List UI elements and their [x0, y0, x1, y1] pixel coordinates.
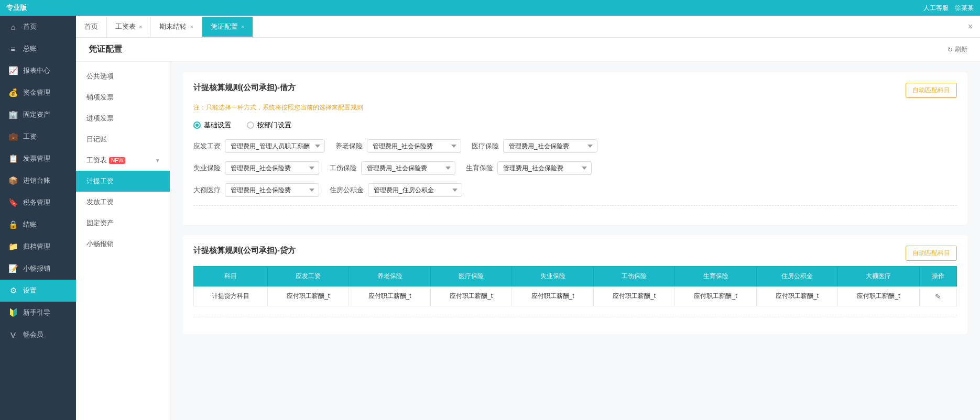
radio-dept-setting-circle: [247, 121, 254, 129]
settings-icon: ⚙: [8, 286, 18, 295]
debit-auto-match-button[interactable]: 自动匹配科目: [906, 83, 957, 98]
left-nav-journal[interactable]: 日记账: [76, 129, 170, 150]
left-nav-pay-payroll[interactable]: 发放工资: [76, 192, 170, 213]
sidebar-item-small-report[interactable]: 📝 小畅报销: [0, 258, 76, 280]
close-main-button[interactable]: ×: [961, 22, 980, 31]
sidebar-item-home[interactable]: ⌂ 首页: [0, 16, 76, 38]
sidebar-label-guide: 新手引导: [23, 308, 50, 317]
debit-field-ylbx: 养老保险 管理费用_社会保险费: [335, 139, 461, 153]
sidebar-item-purchase-sales[interactable]: 📦 进销台账: [0, 170, 76, 192]
debit-select-ylbx2[interactable]: 管理费用_社会保险费: [503, 139, 597, 153]
credit-table: 科目 应发工资 养老保险 医疗保险 失业保险 工伤保险 生育保险 住房公积金 大…: [193, 266, 957, 306]
th-ylbx2: 医疗保险: [430, 267, 511, 286]
td-zfgjj: 应付职工薪酬_t: [756, 286, 837, 306]
debit-select-sybx[interactable]: 管理费用_社会保险费: [225, 161, 319, 175]
sidebar-label-home: 首页: [23, 22, 37, 31]
right-content: 计提核算规则(公司承担)-借方 自动匹配科目 注：只能选择一种方式，系统将按照您…: [170, 62, 980, 420]
close-accounts-icon: 🔒: [8, 220, 18, 229]
credit-auto-match-button[interactable]: 自动匹配科目: [906, 246, 957, 261]
sidebar-label-funds: 资金管理: [23, 88, 50, 97]
credit-divider: [193, 315, 957, 315]
th-subject: 科目: [194, 267, 268, 286]
radio-basic-setting[interactable]: 基础设置: [193, 120, 231, 130]
left-nav-calc-payroll[interactable]: 计提工资: [76, 171, 170, 192]
debit-select-deyl[interactable]: 管理费用_社会保险费: [225, 183, 319, 197]
tab-payroll[interactable]: 工资表 ×: [107, 17, 151, 37]
debit-form-row-2: 失业保险 管理费用_社会保险费 工伤保险 管理费用_社会保险费: [193, 161, 957, 175]
fixed-assets-icon: 🏢: [8, 110, 18, 119]
table-row: 计提贷方科目 应付职工薪酬_t 应付职工薪酬_t 应付职工薪酬_t 应付职工薪酬…: [194, 286, 957, 306]
sidebar-item-fixed-assets[interactable]: 🏢 固定资产: [0, 104, 76, 126]
tab-period-close[interactable]: 期末结转 ×: [151, 17, 202, 37]
th-action: 操作: [919, 267, 956, 286]
sidebar-item-invoice-mgmt[interactable]: 📋 发票管理: [0, 148, 76, 170]
sidebar-item-funds[interactable]: 💰 资金管理: [0, 82, 76, 104]
customer-service-link[interactable]: 人工客服: [923, 4, 949, 13]
th-deyl: 大额医疗: [838, 267, 919, 286]
purchase-sales-icon: 📦: [8, 176, 18, 185]
tab-home[interactable]: 首页: [76, 17, 107, 37]
sidebar-label-purchase-sales: 进销台账: [23, 176, 50, 185]
page-header: 凭证配置 ↻ 刷新: [76, 38, 980, 62]
debit-field-gsbx: 工伤保险 管理费用_社会保险费: [330, 161, 455, 175]
sidebar-label-close-accounts: 结账: [23, 220, 37, 229]
sidebar-item-general-ledger[interactable]: ≡ 总账: [0, 38, 76, 60]
tab-voucher-config[interactable]: 凭证配置 ×: [202, 17, 253, 37]
app-layout: ⌂ 首页 ≡ 总账 📈 报表中心 💰 资金管理 🏢 固定资产 💼 工资 📋 发票…: [0, 16, 980, 420]
sidebar-item-reports[interactable]: 📈 报表中心: [0, 60, 76, 82]
left-nav-fixed-assets[interactable]: 固定资产: [76, 213, 170, 234]
tab-payroll-close-icon[interactable]: ×: [139, 24, 142, 30]
debit-label-gsbx: 工伤保险: [330, 163, 357, 173]
tab-voucher-config-close-icon[interactable]: ×: [241, 24, 244, 30]
debit-form-row-1: 应发工资 管理费用_管理人员职工薪酬 养老保险 管理费用_社会保险费: [193, 139, 957, 153]
debit-field-deyl: 大额医疗 管理费用_社会保险费: [193, 183, 319, 197]
th-sybx: 失业保险: [512, 267, 593, 286]
debit-section: 计提核算规则(公司承担)-借方 自动匹配科目 注：只能选择一种方式，系统将按照您…: [183, 72, 967, 225]
radio-dept-setting[interactable]: 按部门设置: [247, 120, 291, 130]
debit-select-ylbx[interactable]: 管理费用_社会保险费: [367, 139, 461, 153]
left-nav-purchase-invoice[interactable]: 进项发票: [76, 108, 170, 129]
small-report-icon: 📝: [8, 264, 18, 273]
debit-label-sybx: 失业保险: [193, 163, 221, 173]
debit-field-yfgz: 应发工资 管理费用_管理人员职工薪酬: [193, 139, 325, 153]
radio-basic-setting-circle: [193, 121, 201, 129]
config-layout: 公共选项 销项发票 进项发票 日记账 工资表 NEW ▾ 计提工资: [76, 62, 980, 420]
invoice-mgmt-icon: 📋: [8, 154, 18, 163]
left-nav-public-options[interactable]: 公共选项: [76, 66, 170, 87]
refresh-button[interactable]: ↻ 刷新: [948, 45, 967, 54]
sidebar-item-payroll[interactable]: 💼 工资: [0, 126, 76, 148]
credit-section: 计提核算规则(公司承担)-贷方 自动匹配科目 科目 应发工资 养老保险 医疗保险…: [183, 235, 967, 334]
brand-label: 专业版: [6, 3, 27, 13]
edit-icon[interactable]: ✎: [935, 292, 941, 301]
tab-period-close-close-icon[interactable]: ×: [190, 24, 193, 30]
credit-section-title: 计提核算规则(公司承担)-贷方: [193, 246, 296, 256]
sidebar-item-member[interactable]: V 畅会员: [0, 324, 76, 346]
debit-select-yfgz[interactable]: 管理费用_管理人员职工薪酬: [225, 139, 325, 153]
sidebar-item-tax-mgmt[interactable]: 🔖 税务管理: [0, 192, 76, 214]
debit-field-sybx2: 生育保险 管理费用_社会保险费: [466, 161, 592, 175]
left-nav-payroll-table[interactable]: 工资表 NEW ▾: [76, 150, 170, 171]
credit-section-header: 计提核算规则(公司承担)-贷方 自动匹配科目: [193, 246, 957, 261]
sidebar: ⌂ 首页 ≡ 总账 📈 报表中心 💰 资金管理 🏢 固定资产 💼 工资 📋 发票…: [0, 16, 76, 420]
td-sybx3: 应付职工薪酬_t: [675, 286, 756, 306]
debit-field-sybx: 失业保险 管理费用_社会保险费: [193, 161, 319, 175]
sidebar-item-guide[interactable]: 🔰 新手引导: [0, 302, 76, 324]
debit-label-deyl: 大额医疗: [193, 185, 221, 195]
left-nav-sales-invoice[interactable]: 销项发票: [76, 87, 170, 108]
td-action[interactable]: ✎: [919, 286, 956, 306]
td-gsbx: 应付职工薪酬_t: [593, 286, 674, 306]
debit-select-gsbx[interactable]: 管理费用_社会保险费: [361, 161, 455, 175]
tax-mgmt-icon: 🔖: [8, 198, 18, 207]
left-nav-xiao-chang[interactable]: 小畅报销: [76, 234, 170, 255]
sidebar-label-archive: 归档管理: [23, 242, 50, 251]
tab-home-label: 首页: [84, 22, 98, 31]
sidebar-item-settings[interactable]: ⚙ 设置: [0, 280, 76, 302]
tab-period-close-label: 期末结转: [159, 22, 187, 31]
debit-section-title: 计提核算规则(公司承担)-借方: [193, 83, 296, 93]
debit-select-sybx2[interactable]: 管理费用_社会保险费: [497, 161, 592, 175]
debit-label-ylbx: 养老保险: [335, 141, 363, 151]
sidebar-label-reports: 报表中心: [23, 66, 50, 75]
sidebar-item-close-accounts[interactable]: 🔒 结账: [0, 214, 76, 236]
debit-select-zfgjj[interactable]: 管理费用_住房公积金: [368, 183, 462, 197]
sidebar-item-archive[interactable]: 📁 归档管理: [0, 236, 76, 258]
